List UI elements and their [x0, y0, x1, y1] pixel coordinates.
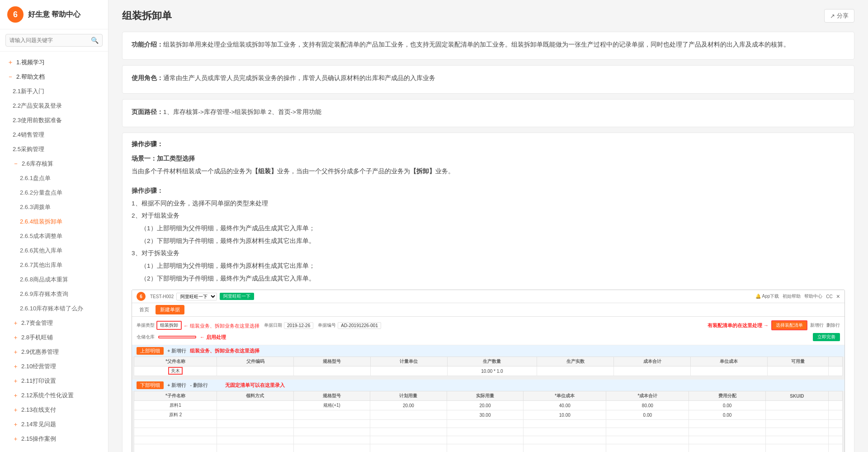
ss-upper-table-wrapper: *父件名称 父件编码 规格型号 计量单位 生产数量 生产实数 成本合计 单位成本… — [132, 357, 844, 380]
ss-type-field: 单据类型 组装拆卸 ← 组装业务、拆卸业务在这里选择 — [137, 321, 259, 330]
ss-annotation-warehouse: ← 启用处理 — [200, 334, 226, 341]
collapse-icon: － — [13, 160, 19, 168]
ss-type-value[interactable]: 组装拆卸 — [156, 321, 182, 330]
sidebar-item-faq[interactable]: ＋ 2.14常见问题 — [0, 417, 108, 432]
sidebar-item-label: 2.6.9库存账本查询 — [20, 290, 68, 298]
ss-warehouse-row: 仓储仓库 ← 启用处理 立即完善 — [137, 333, 840, 341]
ss-col-unit-cost: 单位成本 — [690, 357, 767, 366]
share-icon: ↗ — [830, 13, 835, 19]
table-row: 关木 10.00 * 1.0 — [134, 366, 843, 376]
expand-icon: ＋ — [7, 58, 14, 67]
expand-icon: ＋ — [13, 406, 19, 414]
sidebar-item-payment[interactable]: ＋ 2.13在线支付 — [0, 403, 108, 417]
sidebar-item-inventory-check[interactable]: 2.6.1盘点单 — [0, 171, 108, 186]
ss-upper-table: *父件名称 父件编码 规格型号 计量单位 生产数量 生产实数 成本合计 单位成本… — [134, 357, 843, 376]
ss-number-label: 单据编号 — [318, 322, 336, 328]
ss-close-icon[interactable]: × — [836, 293, 840, 300]
ss-cell-spec — [294, 366, 371, 376]
sidebar-item-other-in[interactable]: 2.6.6其他入库单 — [0, 243, 108, 258]
sidebar-item-inventory-error[interactable]: 2.6.10库存账本错了么办 — [0, 301, 108, 316]
share-button[interactable]: ↗ 分享 — [824, 9, 854, 23]
ss-store-select[interactable]: 阿里旺旺一下 — [176, 293, 217, 300]
sidebar-item-label: 2.3使用前数据准备 — [13, 116, 62, 124]
step2-1: （1）上部明细为父件明细，最终作为产成品生成其它入库单； — [141, 223, 845, 234]
sidebar-item-partial-check[interactable]: 2.6.2分量盘点单 — [0, 186, 108, 200]
ss-tab-new[interactable]: 新建单据 — [156, 305, 184, 314]
expand-icon: ＋ — [13, 420, 19, 428]
sidebar-item-finance[interactable]: ＋ 2.7资金管理 — [0, 316, 108, 330]
ss-new-order-btn[interactable]: 阿里旺旺一下 — [220, 293, 254, 300]
ss-number-value[interactable]: AD-20191226-001 — [338, 322, 381, 329]
ss-col-parent-code: 父件编码 — [217, 357, 294, 366]
step1: 1、根据不同的业务，选择不同单据的类型来处理 — [132, 198, 845, 209]
table-row — [134, 444, 843, 452]
path-block: 页面路径：1、库存核算->库存管理->组装拆卸单 2、首页->常用功能 — [122, 99, 854, 127]
ss-tab-home[interactable]: 首页 — [136, 305, 153, 314]
ss-cell-unit-cost — [690, 366, 767, 376]
sidebar-item-label: 2.1新手入门 — [13, 87, 44, 95]
ss-annotation-lower: 无固定清单可以在这里录入 — [225, 382, 285, 389]
ss-annotation-bom: 有装配清单的在这里处理 → — [708, 322, 769, 329]
ss-lcol-actual-qty: 实际用量 — [447, 391, 524, 401]
ss-lcol-op — [828, 391, 842, 401]
sidebar-item-cost-adjust[interactable]: 2.6.5成本调整单 — [0, 229, 108, 243]
sidebar-item-personalize[interactable]: ＋ 2.12系统个性化设置 — [0, 388, 108, 403]
func-intro-text: 功能介绍：组装拆卸单用来处理企业组装或拆卸等加工业务，支持有固定装配清单的产品加… — [132, 39, 845, 50]
search-icon[interactable]: 🔍 — [91, 37, 99, 44]
sidebar-item-cases[interactable]: ＋ 2.15操作案例 — [0, 432, 108, 446]
ss-upper-add[interactable]: + 新增行 — [167, 347, 186, 354]
ss-select-bom-btn[interactable]: 选择装配清单 — [771, 320, 807, 330]
sidebar-item-inventory[interactable]: － 2.6库存核算 — [0, 157, 108, 171]
page-title: 组装拆卸单 — [122, 9, 172, 23]
sidebar-item-coupon[interactable]: ＋ 2.9优惠券管理 — [0, 345, 108, 359]
ss-cell-parent-code — [217, 366, 294, 376]
sidebar-item-docs[interactable]: － 2.帮助文档 — [0, 70, 108, 84]
sidebar-item-other-out[interactable]: 2.6.7其他出库单 — [0, 258, 108, 272]
ss-logo: 6 — [137, 292, 146, 301]
sidebar-item-label: 2.6.6其他入库单 — [20, 247, 62, 255]
main-content: 组装拆卸单 ↗ 分享 功能介绍：组装拆卸单用来处理企业组装或拆卸等加工业务，支持… — [108, 0, 868, 452]
ss-date-value[interactable]: 2019-12-26 — [284, 322, 313, 329]
sidebar-item-inventory-book[interactable]: 2.6.9库存账本查询 — [0, 287, 108, 301]
ss-lrow1-op — [828, 401, 842, 410]
sidebar-item-sales[interactable]: 2.4销售管理 — [0, 128, 108, 142]
sidebar-item-install[interactable]: 2.2产品安装及登录 — [0, 99, 108, 113]
ss-confirm-btn[interactable]: 立即完善 — [813, 333, 840, 341]
ss-lcol-child-name: *子件名称 — [134, 391, 217, 401]
sidebar-item-transfer[interactable]: 2.6.3调拨单 — [0, 200, 108, 214]
ss-col-op — [828, 357, 842, 366]
ss-lower-del[interactable]: - 删除行 — [190, 382, 208, 389]
ss-top-bar: 6 TEST-H002 阿里旺旺一下 阿里旺旺一下 🔔 App下载 初始帮助 帮… — [132, 290, 844, 303]
sidebar-item-purchase[interactable]: 2.5采购管理 — [0, 142, 108, 157]
ss-annotation-upper: 组装业务、拆卸业务在这里选择 — [190, 347, 259, 354]
table-row: 原料 2 30.00 10.00 0.00 0.00 — [134, 410, 843, 420]
sidebar-item-operations[interactable]: ＋ 2.10经营管理 — [0, 359, 108, 374]
ss-lrow1-method — [217, 401, 294, 410]
ss-lrow1-name: 原料1 — [134, 401, 217, 410]
sidebar-item-print[interactable]: ＋ 2.11打印设置 — [0, 374, 108, 388]
search-box[interactable]: 🔍 — [5, 34, 103, 47]
ss-col-available: 可用量 — [767, 357, 828, 366]
app-logo: 6 — [7, 6, 24, 23]
ss-del-row[interactable]: 删除行 — [826, 322, 840, 328]
sidebar-item-label: 2.8手机旺铺 — [21, 333, 53, 342]
ss-lower-table: *子件名称 领料方式 规格型号 计划用量 实际用量 *单位成本 *成本合计 费用… — [134, 391, 843, 452]
expand-icon: ＋ — [13, 348, 19, 356]
sidebar-item-label: 2.10经营管理 — [21, 362, 56, 371]
ss-warehouse-value[interactable] — [158, 336, 196, 338]
sidebar-item-assembly[interactable]: 2.6.4组装拆卸单 — [0, 214, 108, 229]
role-text: 使用角色：通常由生产人员或库管人员完成拆装业务的操作，库管人员确认原材料的出库和… — [132, 73, 845, 84]
ss-cell-parent-highlight: 关木 — [168, 367, 183, 375]
ss-lower-add[interactable]: + 新增行 — [167, 382, 186, 389]
sidebar-item-data-prep[interactable]: 2.3使用前数据准备 — [0, 113, 108, 128]
sidebar-item-beginner[interactable]: 2.1新手入门 — [0, 84, 108, 99]
sidebar-item-cost-recalc[interactable]: 2.6.8商品成本重算 — [0, 272, 108, 287]
ss-lrow2-plan — [370, 410, 447, 420]
ss-date-field: 单据日期 2019-12-26 — [264, 322, 313, 329]
search-input[interactable] — [9, 37, 91, 43]
ss-lcol-sku: SKUID — [765, 391, 828, 401]
sidebar-item-video[interactable]: ＋ 1.视频学习 — [0, 55, 108, 70]
ss-add-row[interactable]: 新增行 — [810, 322, 824, 328]
sidebar-item-mobile[interactable]: ＋ 2.8手机旺铺 — [0, 330, 108, 345]
ss-form-area: 单据类型 组装拆卸 ← 组装业务、拆卸业务在这里选择 单据日期 2019-12-… — [132, 317, 844, 345]
